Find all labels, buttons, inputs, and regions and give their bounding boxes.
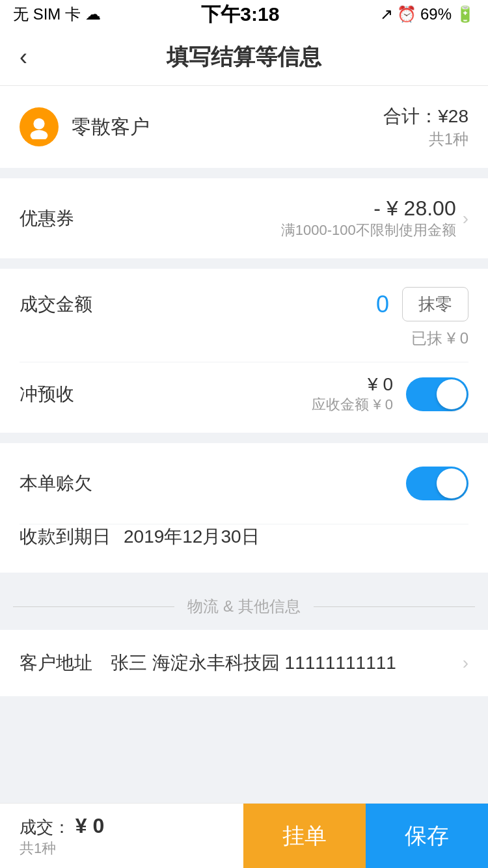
credit-label: 本单赊欠 [20, 471, 92, 496]
status-left: 无 SIM 卡 ☁ [13, 4, 101, 25]
battery-icon: 🔋 [455, 5, 475, 23]
transaction-label: 成交金额 [20, 292, 92, 317]
bottom-bar: 成交： ¥ 0 共1种 挂单 保存 [0, 803, 488, 868]
address-section[interactable]: 客户地址 张三 海淀永丰科技园 11111111111 › [0, 630, 488, 696]
address-chevron-icon: › [463, 653, 468, 673]
toggle-knob [437, 379, 467, 409]
credit-section: 本单赊欠 收款到期日 2019年12月30日 [0, 443, 488, 573]
customer-name: 零散客户 [72, 114, 150, 141]
nav-bar: ‹ 填写结算等信息 [0, 29, 488, 86]
address-value: 张三 海淀永丰科技园 11111111111 [98, 651, 463, 675]
back-button[interactable]: ‹ [20, 44, 27, 71]
total-amount: 合计：¥28 [383, 104, 468, 129]
prereceive-right: ¥ 0 应收金额 ¥ 0 [312, 374, 468, 414]
clock-icon: ⏰ [397, 5, 416, 23]
coupon-label: 优惠券 [20, 206, 74, 231]
page-title: 填写结算等信息 [167, 42, 321, 72]
already-rounded: 已抹 ¥ 0 [0, 328, 488, 362]
status-bar: 无 SIM 卡 ☁ 下午3:18 ↗ ⏰ 69% 🔋 [0, 0, 488, 29]
avatar [20, 107, 59, 146]
prereceive-amounts: ¥ 0 应收金额 ¥ 0 [312, 374, 393, 414]
battery-text: 69% [420, 5, 452, 23]
transaction-value: 0 [376, 291, 389, 318]
prereceive-top: ¥ 0 [312, 374, 393, 395]
total-count: 共1种 [383, 129, 468, 150]
logistics-label: 物流 & 其他信息 [187, 596, 300, 617]
prereceive-row: 冲预收 ¥ 0 应收金额 ¥ 0 [0, 362, 488, 433]
duedate-label: 收款到期日 [20, 524, 111, 549]
coupon-info: - ¥ 28.00 满1000-100不限制使用金额 [281, 197, 456, 240]
svg-point-0 [33, 118, 44, 129]
logistics-section: 物流 & 其他信息 [0, 583, 488, 630]
coupon-right: - ¥ 28.00 满1000-100不限制使用金额 › [281, 197, 468, 240]
transaction-row: 成交金额 0 抹零 [0, 269, 488, 328]
transaction-section: 成交金额 0 抹零 已抹 ¥ 0 冲预收 ¥ 0 应收金额 ¥ 0 [0, 269, 488, 433]
coupon-amount: - ¥ 28.00 [281, 197, 456, 221]
customer-card: 零散客户 合计：¥28 共1种 [0, 86, 488, 168]
logistics-line-right [314, 606, 475, 607]
credit-toggle[interactable] [406, 467, 468, 500]
bottom-deal-row: 成交： ¥ 0 [20, 814, 224, 839]
save-button[interactable]: 保存 [366, 804, 488, 869]
bottom-info: 成交： ¥ 0 共1种 [0, 814, 243, 858]
address-row[interactable]: 客户地址 张三 海淀永丰科技园 11111111111 › [0, 630, 488, 696]
logistics-line-left [13, 606, 174, 607]
coupon-row[interactable]: 优惠券 - ¥ 28.00 满1000-100不限制使用金额 › [0, 178, 488, 258]
prereceive-bottom: 应收金额 ¥ 0 [312, 395, 393, 414]
customer-summary: 合计：¥28 共1种 [383, 104, 468, 150]
coupon-card[interactable]: 优惠券 - ¥ 28.00 满1000-100不限制使用金额 › [0, 178, 488, 258]
credit-row: 本单赊欠 [0, 443, 488, 524]
status-time: 下午3:18 [201, 1, 279, 28]
transaction-right: 0 抹零 [376, 287, 468, 321]
address-label: 客户地址 [20, 651, 98, 675]
credit-toggle-knob [437, 468, 467, 498]
round-button[interactable]: 抹零 [402, 287, 468, 321]
prereceive-toggle[interactable] [406, 377, 468, 411]
prereceive-label: 冲预收 [20, 382, 74, 407]
svg-point-1 [31, 130, 48, 139]
duedate-value: 2019年12月30日 [124, 524, 260, 549]
location-icon: ↗ [380, 5, 393, 23]
signal-text: 无 SIM 卡 ☁ [13, 4, 101, 25]
bottom-deal-amount: ¥ 0 [75, 814, 104, 837]
status-right: ↗ ⏰ 69% 🔋 [380, 5, 475, 23]
customer-row: 零散客户 合计：¥28 共1种 [0, 86, 488, 168]
main-content: 零散客户 合计：¥28 共1种 优惠券 - ¥ 28.00 满1000-100不… [0, 86, 488, 837]
chevron-right-icon: › [463, 208, 468, 229]
customer-left: 零散客户 [20, 107, 150, 146]
bottom-deal-label: 成交： [20, 817, 70, 837]
coupon-desc: 满1000-100不限制使用金额 [281, 221, 456, 240]
hang-button[interactable]: 挂单 [243, 804, 366, 869]
duedate-row: 收款到期日 2019年12月30日 [0, 524, 488, 573]
bottom-count: 共1种 [20, 839, 224, 858]
